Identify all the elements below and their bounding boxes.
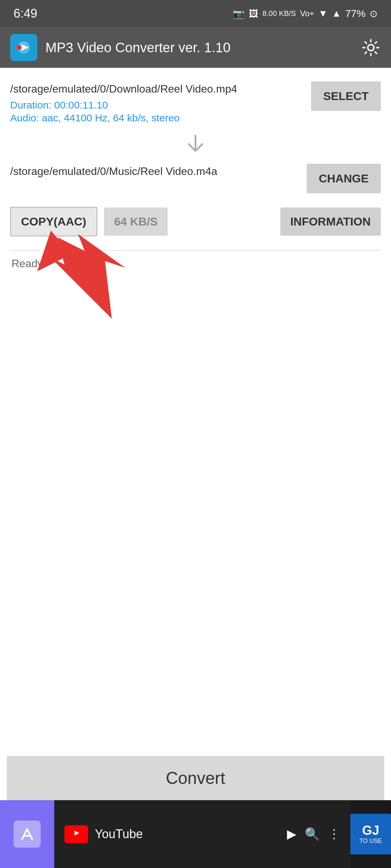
information-button[interactable]: INFORMATION (280, 208, 381, 236)
youtube-bar[interactable]: YouTube ▶ 🔍 ⋮ (54, 800, 350, 868)
main-content: /storage/emulated/0/Download/Reel Video.… (0, 68, 391, 283)
photo-icon: 🖼 (249, 8, 258, 19)
source-file-section: /storage/emulated/0/Download/Reel Video.… (10, 81, 381, 124)
play-icon[interactable]: ▶ (287, 827, 296, 841)
divider (10, 250, 381, 251)
arrow-down-icon (10, 134, 381, 158)
svg-point-4 (368, 44, 374, 51)
status-icons: 📷 🖼 8.00 KB/S Vo+ ▼ ▲ 77% ⊙ (233, 8, 377, 19)
status-time: 6:49 (14, 6, 37, 21)
battery-level: 77% (345, 8, 366, 19)
youtube-controls: ▶ 🔍 ⋮ (287, 827, 340, 841)
action-buttons-row: COPY(AAC) 64 KB/S INFORMATION (10, 207, 381, 236)
convert-button[interactable]: Convert (7, 756, 384, 800)
select-button[interactable]: SELECT (311, 81, 381, 111)
source-file-path: /storage/emulated/0/Download/Reel Video.… (10, 81, 304, 97)
app-bar: MP3 Video Converter ver. 1.10 (0, 27, 391, 68)
settings-icon[interactable] (361, 37, 381, 58)
signal-icon: ▲ (332, 8, 341, 19)
copy-aac-button[interactable]: COPY(AAC) (10, 207, 97, 236)
voip-icon: Vo+ (300, 9, 314, 18)
gj-badge-text: GJ (362, 824, 379, 837)
convert-bar: Convert (0, 756, 391, 800)
gj-badge-sub: TO USE (359, 837, 382, 845)
alarm-icon: ⊙ (370, 8, 377, 19)
youtube-label: YouTube (95, 827, 143, 841)
bitrate-button[interactable]: 64 KB/S (104, 208, 168, 236)
nav-app-icon[interactable] (0, 800, 54, 868)
file-audio: Audio: aac, 44100 Hz, 64 kb/s, stereo (10, 112, 304, 124)
svg-rect-3 (18, 46, 20, 49)
data-speed: 8.00 KB/S (262, 9, 296, 18)
search-icon[interactable]: 🔍 (305, 827, 320, 841)
output-file-path: /storage/emulated/0/Music/Reel Video.m4a (10, 164, 307, 179)
gj-badge: GJ TO USE (350, 814, 391, 854)
menu-icon[interactable]: ⋮ (328, 827, 340, 841)
app-icon (10, 34, 37, 61)
instagram-icon: 📷 (233, 8, 245, 19)
status-bar: 6:49 📷 🖼 8.00 KB/S Vo+ ▼ ▲ 77% ⊙ (0, 0, 391, 27)
file-duration: Duration: 00:00:11.10 (10, 99, 304, 111)
app-title: MP3 Video Converter ver. 1.10 (45, 40, 352, 55)
wifi-icon: ▼ (318, 8, 328, 19)
file-info: /storage/emulated/0/Download/Reel Video.… (10, 81, 311, 124)
bottom-nav: YouTube ▶ 🔍 ⋮ GJ TO USE (0, 800, 391, 868)
status-text: Ready (10, 257, 381, 270)
output-file-section: /storage/emulated/0/Music/Reel Video.m4a… (10, 164, 381, 193)
youtube-logo (64, 825, 88, 843)
change-button[interactable]: CHANGE (307, 164, 381, 193)
